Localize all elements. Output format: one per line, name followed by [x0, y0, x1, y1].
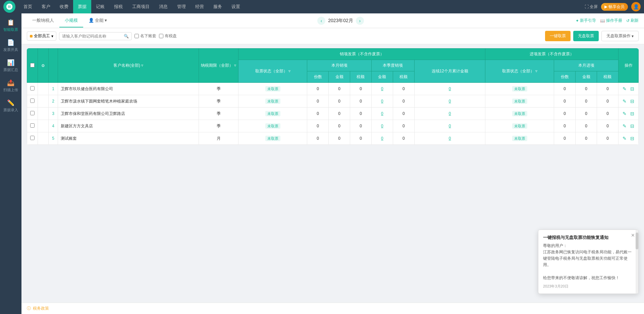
youshuidian-checkbox[interactable]	[159, 34, 163, 38]
nav-items: 首页 客户 收费 票据 记账 报税 工商项目 消息 管理 经营 服务 设置	[19, 0, 585, 13]
nav-settings[interactable]: 设置	[227, 0, 245, 13]
row-view-btn[interactable]: ⊟	[629, 98, 636, 105]
th-settings: ⚙	[38, 49, 49, 83]
tab-small[interactable]: 小规模	[59, 14, 83, 27]
nav-manage[interactable]: 管理	[172, 0, 191, 13]
nav-business[interactable]: 工商项目	[127, 0, 154, 13]
tab-all[interactable]: 👤 全能 ▾	[83, 14, 112, 27]
nav-bookkeeping[interactable]: 记账	[91, 0, 109, 13]
fullscreen-btn[interactable]: ⛶ 全屏	[585, 4, 598, 10]
sidebar-item-smart-ticket[interactable]: 📋 智能取票	[1, 16, 20, 35]
tab-bar-row: 一般纳税人 小规模 👤 全能 ▾ ‹ 2023年02月 › ✦ 新手引导 📖	[21, 13, 644, 28]
period-prev-btn[interactable]: ‹	[317, 17, 325, 25]
select-all-checkbox[interactable]	[30, 63, 35, 67]
toolbar-links: ✦ 新手引导 📖 操作手册 ↺ 刷新	[576, 18, 639, 23]
row-edit-btn[interactable]: ✎	[621, 98, 628, 105]
customer-filter-icon[interactable]: ▿	[141, 63, 143, 68]
sidebar-item-invoice-entry[interactable]: ✏️ 票据录入	[1, 97, 20, 115]
notification-popup: ✕ 一键报税与无盘取票功能恢复通知 尊敬的用户： 江苏政务网已恢复访问电子税务局…	[538, 230, 639, 294]
tab-general[interactable]: 一般纳税人	[27, 14, 59, 27]
manual-btn[interactable]: 📖 操作手册	[600, 18, 622, 23]
employee-filter[interactable]: 全部员工 ▾	[27, 32, 56, 41]
nav-service[interactable]: 服务	[209, 0, 227, 13]
invoice-summary-icon: 📊	[7, 59, 14, 66]
row-jin-shuie: 0	[597, 95, 618, 108]
row-edit-btn[interactable]: ✎	[621, 135, 628, 142]
row-edit-btn[interactable]: ✎	[621, 110, 628, 117]
vip-button[interactable]: ▶ 畅享会员	[601, 3, 628, 11]
table-row: 1 卫辉市玖玖健合医药有限公司 季 未取票 0 0 0 0 0 0 未取票 0 …	[27, 83, 639, 95]
all-tab-icon: 👤	[89, 18, 94, 23]
nav-customer[interactable]: 客户	[37, 0, 55, 13]
xiazhanghao-filter[interactable]: 名下账套	[135, 33, 156, 39]
search-input[interactable]	[62, 34, 122, 39]
row-tax-period: 季	[199, 108, 238, 120]
notification-close-btn[interactable]: ✕	[631, 233, 635, 238]
row-xiao-lianxu: 0	[414, 108, 485, 120]
sidebar-item-invoice-summary[interactable]: 📊 票据汇总	[1, 56, 20, 75]
tax-policy-link[interactable]: 税务政策	[33, 306, 49, 311]
youshuidian-filter[interactable]: 有税盘	[159, 33, 177, 39]
row-xiao-jidu-shuie: 0	[393, 83, 414, 95]
row-tax-period: 季	[199, 95, 238, 108]
th-xiao-benjidu: 本季度销项	[371, 60, 414, 71]
row-xiao-jidu-shuie: 0	[393, 95, 414, 108]
row-view-btn[interactable]: ⊟	[629, 135, 636, 142]
th-xiao-shuie: 税额	[350, 71, 372, 83]
row-checkbox[interactable]	[27, 108, 38, 120]
period-next-btn[interactable]: ›	[356, 17, 364, 25]
sidebar-item-scan-upload[interactable]: 📤 扫描上传	[1, 76, 20, 95]
xiazhanghao-checkbox[interactable]	[135, 34, 139, 38]
nav-home[interactable]: 首页	[19, 0, 37, 13]
popup-scrollbar	[636, 230, 638, 294]
nav-fee[interactable]: 收费	[55, 0, 73, 13]
th-xiao-jine: 金额	[329, 71, 350, 83]
search-icon[interactable]: 🔍	[124, 34, 129, 39]
row-xiao-jidu-shuie: 0	[393, 108, 414, 120]
row-jin-shuie: 0	[597, 120, 618, 132]
row-jin-fenshu: 0	[554, 108, 576, 120]
row-checkbox[interactable]	[27, 83, 38, 95]
row-tax-period: 季	[199, 120, 238, 132]
row-edit-btn[interactable]: ✎	[621, 85, 628, 92]
filter-dot	[30, 35, 33, 38]
notification-title: 一键报税与无盘取票功能恢复通知	[543, 235, 634, 241]
table-row: 4 新建区方方文具店 季 未取票 0 0 0 0 0 0 未取票 0 0 0 ✎…	[27, 120, 639, 132]
row-checkbox[interactable]	[27, 95, 38, 108]
jin-status-filter-icon[interactable]: ▿	[535, 69, 537, 73]
period-navigation: ‹ 2023年02月 ›	[317, 17, 364, 25]
th-jin-header: 进项发票（不含作废票）	[485, 49, 619, 60]
nav-message[interactable]: 消息	[154, 0, 172, 13]
row-jin-jine: 0	[576, 95, 597, 108]
table-row: 2 卫辉市汲水镇下圆网套蜡笔木种植家庭农场 季 未取票 0 0 0 0 0 0 …	[27, 95, 639, 108]
info-icon: ⓘ	[27, 306, 31, 311]
row-xiao-lianxu: 0	[414, 83, 485, 95]
th-xiao-benyue: 本月销项	[307, 60, 372, 71]
row-num: 5	[49, 132, 58, 145]
th-num	[49, 49, 58, 83]
top-right-actions: ⛶ 全屏 ▶ 畅享会员 👤	[585, 2, 641, 11]
row-jin-status: 未取票	[485, 120, 554, 132]
tax-period-filter-icon[interactable]: ▿	[234, 63, 236, 68]
row-view-btn[interactable]: ⊟	[629, 85, 636, 92]
row-checkbox[interactable]	[27, 120, 38, 132]
row-checkbox[interactable]	[27, 132, 38, 145]
yijian-quupiao-btn[interactable]: 一键取票	[545, 31, 571, 41]
row-actions: ✎ ⊟	[619, 108, 639, 120]
xiao-status-filter-icon[interactable]: ▿	[288, 69, 290, 73]
nav-operation[interactable]: 经营	[191, 0, 209, 13]
row-view-btn[interactable]: ⊟	[629, 110, 636, 117]
row-view-btn[interactable]: ⊟	[629, 123, 636, 129]
row-num: 4	[49, 120, 58, 132]
filter-chevron: ▾	[51, 34, 53, 39]
wupan-caozuo-btn[interactable]: 无盘取票操作 ▾	[601, 31, 639, 41]
row-edit-btn[interactable]: ✎	[621, 123, 628, 129]
refresh-btn[interactable]: ↺ 刷新	[626, 18, 639, 23]
nav-tax[interactable]: 报税	[109, 0, 127, 13]
sidebar-item-issue-invoice[interactable]: 📄 发票开具	[1, 36, 20, 55]
new-guide-btn[interactable]: ✦ 新手引导	[576, 18, 596, 23]
th-checkbox	[27, 49, 38, 83]
user-avatar[interactable]: 👤	[631, 2, 641, 11]
wupan-quupiao-btn[interactable]: 无盘取票	[573, 31, 599, 41]
nav-invoice[interactable]: 票据	[73, 0, 91, 13]
